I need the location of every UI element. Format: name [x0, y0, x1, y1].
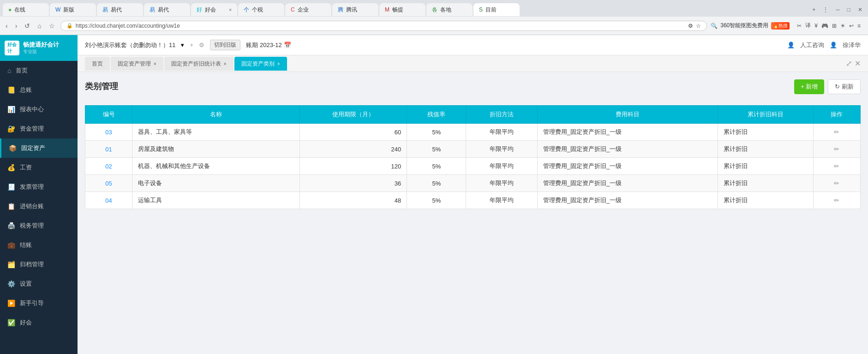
page-tab-asset-mgmt[interactable]: 固定资产管理 ×: [111, 57, 163, 71]
page-tab-category-close[interactable]: ×: [277, 61, 280, 66]
browser-tab-7[interactable]: C 企业: [285, 3, 331, 16]
cell-action-4: ✏: [813, 192, 860, 209]
cell-name-2: 机器、机械和其他生产设备: [132, 158, 300, 175]
browser-tab-5[interactable]: 好 好会 ×: [191, 3, 237, 16]
sidebar-item-ledger[interactable]: 📒 总账: [0, 80, 78, 100]
edit-btn-4[interactable]: ✏: [834, 197, 839, 204]
code-link-4[interactable]: 04: [105, 197, 112, 204]
url-box[interactable]: 🔒 https://cloud.chanjet.com/accounting/u…: [60, 21, 707, 31]
sidebar-item-closing[interactable]: 💼 结账: [0, 235, 78, 255]
code-link-3[interactable]: 05: [105, 180, 112, 187]
code-link-1[interactable]: 01: [105, 146, 112, 153]
cell-cost-3: 管理费用_固定资产折旧_一级: [537, 175, 718, 192]
home-btn[interactable]: ⌂: [36, 21, 43, 30]
tab-label-6: 个税: [252, 6, 263, 14]
sidebar-item-reports[interactable]: 📊 报表中心: [0, 100, 78, 119]
sidebar-item-guide[interactable]: ▶️ 新手引导: [0, 294, 78, 313]
tab-label-3: 易代: [111, 6, 122, 14]
sidebar-item-home[interactable]: ⌂ 首页: [0, 61, 78, 80]
edit-btn-1[interactable]: ✏: [834, 145, 839, 153]
cell-code-2: 02: [85, 158, 132, 175]
app-wrapper: 好会计 畅捷通好会计 专业版 ⌂ 首页 📒 总账 📊 报表中心 🔐 资金管理 📦…: [0, 35, 868, 354]
edit-btn-0[interactable]: ✏: [834, 128, 839, 136]
brightness-icon[interactable]: ☀: [840, 23, 845, 29]
sidebar-item-haohui[interactable]: ✅ 好会: [0, 313, 78, 332]
cell-method-0: 年限平均: [466, 124, 537, 141]
add-btn[interactable]: + 新增: [794, 79, 824, 94]
browser-tab-2[interactable]: W 新版: [50, 3, 96, 16]
tab-label-1: 在线: [14, 6, 25, 14]
page-tab-category[interactable]: 固定资产类别 ×: [234, 57, 287, 71]
wallet-icon[interactable]: ¥: [814, 23, 818, 29]
data-table: 编号 名称 使用期限（月） 残值率 折旧方法 费用科目 累计折旧科目 操作 03…: [85, 105, 861, 209]
sidebar-item-invoice[interactable]: 🧾 发票管理: [0, 177, 78, 197]
page-tab-home[interactable]: 首页: [85, 57, 110, 71]
code-link-0[interactable]: 03: [105, 129, 112, 136]
cell-accum-2: 累计折旧: [718, 158, 813, 175]
code-link-2[interactable]: 02: [105, 163, 112, 170]
expand-tabs-icon[interactable]: ⤢: [846, 59, 852, 68]
sidebar-item-tax[interactable]: 🖨️ 税务管理: [0, 216, 78, 235]
bookmark-btn[interactable]: ☆: [47, 21, 57, 30]
user-dropdown-icon[interactable]: ▾: [181, 42, 184, 48]
period-label: 账期: [246, 41, 258, 49]
sidebar-item-payroll[interactable]: 💰 工资: [0, 158, 78, 177]
calendar-icon[interactable]: 📅: [284, 42, 291, 48]
browser-tab-4[interactable]: 易 易代: [144, 3, 190, 16]
settings-gear-icon[interactable]: ⚙: [199, 42, 204, 48]
col-header-rate: 残值率: [407, 106, 466, 124]
edit-btn-2[interactable]: ✏: [834, 162, 839, 170]
browser-tab-9[interactable]: M 畅提: [379, 3, 425, 16]
tab-label-8: 腾讯: [346, 6, 357, 14]
main-area: 刘小艳演示账套（勿删勿动！）11 ▾ + ⚙ 切到旧版 账期 2023-12 📅…: [78, 35, 868, 354]
sidebar-item-funds[interactable]: 🔐 资金管理: [0, 119, 78, 138]
sidebar-item-settings[interactable]: ⚙️ 设置: [0, 274, 78, 294]
switch-version-btn[interactable]: 切到旧版: [210, 40, 240, 50]
tab-icon-1: ●: [8, 6, 12, 13]
browser-tab-8[interactable]: 腾 腾讯: [332, 3, 378, 16]
back-btn[interactable]: ‹: [4, 21, 10, 30]
tab-label-11: 目前: [485, 6, 497, 14]
games-icon[interactable]: 🎮: [821, 23, 828, 29]
col-header-action: 操作: [813, 106, 860, 124]
cell-method-2: 年限平均: [466, 158, 537, 175]
period-info: 账期 2023-12 📅: [246, 41, 291, 49]
cell-action-0: ✏: [813, 124, 860, 141]
close-window-icon[interactable]: ✕: [855, 59, 861, 68]
close-btn[interactable]: ✕: [855, 6, 865, 14]
tab-close-5[interactable]: ×: [229, 7, 232, 12]
undo-icon[interactable]: ↩: [849, 23, 854, 29]
sidebar-item-archive[interactable]: 🗂️ 归档管理: [0, 255, 78, 274]
sidebar-item-purchases[interactable]: 📋 进销台账: [0, 197, 78, 216]
add-icon[interactable]: +: [190, 42, 193, 48]
scissors-icon[interactable]: ✂: [797, 23, 802, 29]
page-tab-depreciation-close[interactable]: ×: [224, 61, 227, 66]
reload-btn[interactable]: ↺: [23, 21, 32, 30]
browser-tab-1[interactable]: ● 在线: [3, 3, 49, 16]
browser-tab-10[interactable]: 各 各地: [426, 3, 473, 16]
home-icon: ⌂: [7, 67, 11, 74]
edit-btn-3[interactable]: ✏: [834, 180, 839, 187]
translate-icon[interactable]: 译: [805, 22, 811, 30]
sidebar-item-fixed-assets[interactable]: 📦 固定资产: [0, 138, 78, 158]
browser-tab-3[interactable]: 易 易代: [97, 3, 143, 16]
new-tab-btn[interactable]: +: [809, 6, 818, 14]
page-tabs: 首页 固定资产管理 × 固定资产折旧统计表 × 固定资产类别 × ⤢ ✕: [78, 55, 868, 72]
minimize-btn[interactable]: ─: [833, 6, 843, 14]
forward-btn[interactable]: ›: [13, 21, 19, 30]
refresh-btn[interactable]: ↻ 刷新: [828, 79, 861, 94]
tab-actions: + ⋮ ─ □ ✕: [809, 6, 865, 14]
browser-tab-11[interactable]: S 目前: [473, 3, 520, 16]
browser-tab-6[interactable]: 个 个税: [238, 3, 284, 16]
consult-label[interactable]: 人工咨询: [800, 41, 824, 49]
page-tab-category-label: 固定资产类别: [241, 60, 275, 68]
tax-icon: 🖨️: [7, 222, 15, 229]
ssl-lock-icon: 🔒: [66, 23, 73, 29]
page-tab-depreciation[interactable]: 固定资产折旧统计表 ×: [164, 57, 233, 71]
maximize-btn[interactable]: □: [844, 6, 853, 14]
page-tab-asset-mgmt-close[interactable]: ×: [154, 61, 156, 66]
tab-label-5: 好会: [205, 6, 216, 14]
menu-icon[interactable]: ≡: [857, 23, 861, 29]
tab-menu-btn[interactable]: ⋮: [820, 6, 831, 14]
grid-icon[interactable]: ⊞: [832, 23, 837, 29]
